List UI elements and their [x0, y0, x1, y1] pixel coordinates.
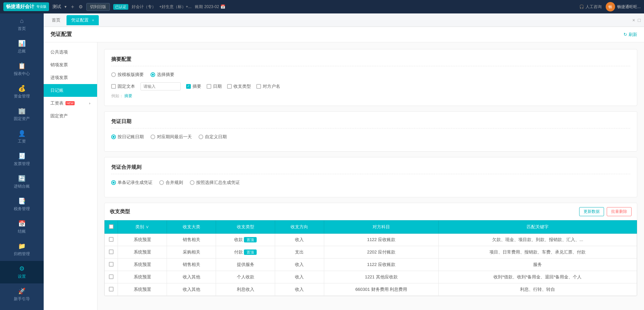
dropdown-arrow-icon[interactable]: ▾ — [65, 4, 67, 9]
checkbox-date[interactable]: 日期 — [207, 83, 222, 89]
sidebar-item-closing[interactable]: 📅 结账 — [0, 216, 44, 238]
td-major-3: 收入其他 — [167, 271, 216, 283]
td-category-0: 系统预置 — [118, 234, 167, 246]
td-type-2: 提供服务 — [216, 259, 275, 271]
calendar-icon[interactable]: 📅 — [220, 4, 225, 9]
workspace-title: 测试 — [52, 4, 61, 10]
td-account-4: 660301 财务费用 利息费用 — [324, 283, 439, 296]
radio-single-record[interactable]: 单条记录生成凭证 — [111, 180, 153, 186]
td-checkbox-2 — [105, 259, 118, 271]
select-all-checkbox[interactable] — [109, 224, 114, 229]
funds-icon: 💰 — [18, 85, 26, 92]
tab-close-icon[interactable]: × — [92, 18, 94, 22]
switch-old-version-button[interactable]: 切到旧版 — [86, 3, 110, 11]
sidebar-item-settings[interactable]: ⚙ 设置 — [0, 261, 44, 283]
sidebar-item-salary[interactable]: 👤 工资 — [0, 126, 44, 148]
row-checkbox-0[interactable] — [109, 237, 114, 242]
checkbox-fixed-text-box — [111, 84, 116, 89]
type-tag-0[interactable]: 置顶 — [244, 237, 257, 242]
radio-template-summary[interactable]: 按模板版摘要 — [111, 72, 144, 78]
headset-icon: 🎧 — [579, 4, 584, 9]
fixed-text-input[interactable] — [140, 82, 181, 90]
sidebar-label-archive: 归档管理 — [14, 251, 30, 257]
left-nav-item-journal[interactable]: 日记账 — [44, 84, 97, 97]
left-nav-item-purchase-invoice[interactable]: 进项发票 — [44, 71, 97, 84]
row-checkbox-3[interactable] — [109, 274, 114, 279]
col-category: 类别 — [135, 224, 144, 229]
sidebar-item-archive[interactable]: 📁 归档管理 — [0, 238, 44, 261]
update-data-button[interactable]: 更新数据 — [579, 207, 604, 216]
td-major-2: 销售相关 — [167, 259, 216, 271]
income-type-title: 收支类型 — [110, 208, 130, 215]
sidebar-item-reports[interactable]: 📋 报表中心 — [0, 58, 44, 81]
sidebar-label-closing: 结账 — [18, 229, 26, 234]
sidebar-item-ledger[interactable]: 📊 总账 — [0, 36, 44, 58]
checkbox-fixed-text-label: 固定文本 — [118, 83, 135, 89]
avatar[interactable]: 畅 — [606, 2, 615, 11]
td-keywords-0: 欠款、现金、项目款、到款、报销款、汇入、... — [438, 234, 637, 246]
refresh-label: 刷新 — [629, 32, 637, 38]
checkbox-type[interactable]: 收支类型 — [227, 83, 251, 89]
summary-radio-group: 按模板版摘要 选择摘要 — [111, 72, 630, 78]
td-direction-1: 支出 — [275, 246, 324, 259]
refresh-button[interactable]: ↻ 刷新 — [624, 32, 637, 38]
sidebar-item-guide[interactable]: 🚀 新手引导 — [0, 283, 44, 306]
settings-icon[interactable]: ⚙ — [79, 4, 83, 9]
radio-custom-date[interactable]: 自定义日期 — [199, 134, 227, 140]
table-body: 系统预置 销售相关 收款 置顶 收入 1122 应收账款 欠款、现金、项目款、到… — [105, 234, 637, 296]
customer-service-button[interactable]: 🎧 人工咨询 — [579, 4, 602, 10]
row-checkbox-4[interactable] — [109, 287, 114, 292]
checkbox-date-box — [207, 84, 211, 89]
checkbox-summary[interactable]: 摘要 — [186, 83, 201, 89]
th-account: 对方科目 — [324, 221, 439, 234]
sidebar-item-tax[interactable]: 📑 税务管理 — [0, 193, 44, 216]
period-value: 2023-02 — [204, 4, 219, 9]
tab-voucher-config[interactable]: 凭证配置 × — [67, 15, 99, 25]
checkbox-counterparty[interactable]: 对方户名 — [256, 83, 280, 89]
window-maximize-icon[interactable]: □ — [638, 17, 641, 23]
archive-icon: 📁 — [18, 242, 26, 250]
left-nav-item-fixed-assets[interactable]: 固定资产 — [44, 110, 97, 122]
left-nav-item-public[interactable]: 公共选项 — [44, 46, 97, 59]
radio-merge-rules[interactable]: 合并规则 — [159, 180, 183, 186]
invoice-icon: 🧾 — [18, 152, 26, 160]
td-major-0: 销售相关 — [167, 234, 216, 246]
radio-select-summary[interactable]: 选择摘要 — [151, 72, 174, 78]
left-nav-item-sales-invoice[interactable]: 销项发票 — [44, 59, 97, 71]
checkbox-fixed-text[interactable]: 固定文本 — [111, 83, 135, 89]
radio-summary-voucher[interactable]: 按照选择汇总生成凭证 — [190, 180, 240, 186]
radio-template-circle — [111, 72, 116, 77]
row-checkbox-2[interactable] — [109, 262, 114, 267]
page-title: 凭证配置 — [50, 31, 72, 38]
table-header: 收支类型 更新数据 批量删除 — [104, 203, 637, 220]
radio-journal-date[interactable]: 按日记账日期 — [111, 134, 144, 140]
sidebar-item-funds[interactable]: 💰 资金管理 — [0, 81, 44, 103]
td-checkbox-1 — [105, 246, 118, 259]
sidebar-item-sales-ledger[interactable]: 🔄 进销台账 — [0, 171, 44, 193]
col-major: 收支大类 — [183, 224, 200, 229]
type-tag-1[interactable]: 置顶 — [244, 249, 257, 255]
left-nav-item-payroll[interactable]: 工资表 NEW › — [44, 97, 97, 110]
td-direction-4: 收入 — [275, 283, 324, 296]
logo-text: 畅捷通好会计 — [6, 4, 34, 10]
app-logo: 畅捷通好会计 专业版 — [3, 2, 49, 11]
batch-delete-button[interactable]: 批量删除 — [607, 207, 632, 216]
sidebar-item-invoice[interactable]: 🧾 发票管理 — [0, 148, 44, 171]
radio-period-last-day[interactable]: 对应期间最后一天 — [151, 134, 192, 140]
checkbox-counterparty-box — [256, 84, 261, 89]
sidebar-item-assets[interactable]: 🏢 固定资产 — [0, 103, 44, 126]
left-nav-label-fixed-assets: 固定资产 — [50, 113, 68, 119]
sidebar-label-assets: 固定资产 — [14, 116, 30, 122]
window-close-icon[interactable]: × — [632, 17, 635, 23]
sidebar-item-member[interactable]: 👑 畅会员 — [0, 306, 44, 310]
sidebar-item-home[interactable]: ⌂ 首页 — [0, 13, 44, 36]
sales-ledger-icon: 🔄 — [18, 175, 26, 182]
checkbox-summary-box — [186, 84, 191, 89]
table-actions: 更新数据 批量删除 — [579, 207, 632, 216]
merge-rules-radio-group: 单条记录生成凭证 合并规则 按照选择汇总生成凭证 — [111, 180, 630, 186]
row-checkbox-1[interactable] — [109, 249, 114, 254]
assets-icon: 🏢 — [18, 107, 26, 115]
table-row: 系统预置 销售相关 收款 置顶 收入 1122 应收账款 欠款、现金、项目款、到… — [105, 234, 637, 246]
tab-home[interactable]: 首页 — [47, 15, 65, 25]
add-tab-icon[interactable]: ＋ — [70, 3, 75, 10]
